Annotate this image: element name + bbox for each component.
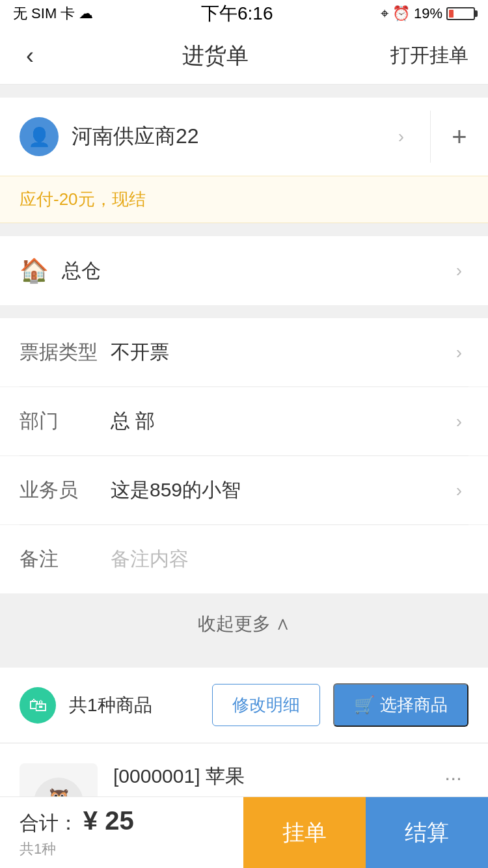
total-row: 合计： ¥ 25 (20, 806, 224, 837)
product-name: [0000001] 苹果 (113, 763, 422, 790)
chevron-right-icon: › (398, 126, 404, 147)
battery-icon (446, 7, 475, 20)
invoice-type-row[interactable]: 票据类型 不开票 › (0, 318, 488, 387)
supplier-selector[interactable]: 👤 河南供应商22 › (0, 98, 430, 176)
total-label: 合计： (20, 812, 78, 834)
avatar-icon: 👤 (28, 126, 51, 148)
warehouse-row[interactable]: 🏠 总仓 › (0, 236, 488, 305)
product-header: 🛍 共1种商品 修改明细 🛒 选择商品 (0, 668, 488, 742)
collapse-more-button[interactable]: 收起更多 ∧ (0, 593, 488, 655)
chevron-right-icon: › (456, 342, 462, 363)
alarm-icon: ⏰ (392, 5, 410, 22)
select-product-button[interactable]: 🛒 选择商品 (333, 683, 468, 727)
remark-input[interactable]: 备注内容 (111, 546, 468, 573)
add-supplier-button[interactable]: + (431, 98, 488, 176)
back-button[interactable]: ‹ (20, 36, 40, 76)
status-left: 无 SIM 卡 ☁ (13, 4, 93, 23)
open-pending-button[interactable]: 打开挂单 (390, 42, 468, 69)
collapse-label: 收起更多 ∧ (198, 612, 291, 636)
product-code: [0000001] (113, 765, 200, 787)
gap-2 (0, 223, 488, 236)
department-row[interactable]: 部门 总 部 › (0, 387, 488, 455)
checkout-button[interactable]: 结算 (366, 797, 488, 868)
bottom-bar: 合计： ¥ 25 共1种 挂单 结算 (0, 796, 488, 868)
total-amount: ¥ 25 (83, 806, 134, 835)
invoice-type-label: 票据类型 (20, 339, 111, 366)
salesperson-value: 这是859的小智 (111, 477, 456, 504)
avatar: 👤 (20, 117, 59, 156)
salesperson-label: 业务员 (20, 477, 111, 504)
remark-label: 备注 (20, 546, 111, 573)
modify-detail-button[interactable]: 修改明细 (212, 684, 320, 726)
total-section: 合计： ¥ 25 共1种 (0, 797, 243, 868)
invoice-type-value: 不开票 (111, 339, 456, 366)
hang-order-button[interactable]: 挂单 (243, 797, 366, 868)
sim-signal: 无 SIM 卡 ☁ (13, 4, 93, 23)
gap-3 (0, 305, 488, 318)
payment-hint: 应付-20元，现结 (0, 176, 488, 223)
status-right: ⌖ ⏰ 19% (381, 5, 475, 22)
gap-1 (0, 85, 488, 98)
supplier-name: 河南供应商22 (72, 122, 385, 151)
remark-row[interactable]: 备注 备注内容 (0, 525, 488, 593)
content-area: 👤 河南供应商22 › + 应付-20元，现结 🏠 总仓 › 票据类型 不开票 … (0, 85, 488, 868)
department-label: 部门 (20, 408, 111, 435)
product-icon: 🛍 (20, 687, 56, 724)
select-product-label: 选择商品 (380, 694, 448, 716)
select-product-icon: 🛒 (354, 695, 375, 715)
chevron-right-icon: › (456, 480, 462, 501)
product-title-name: 苹果 (206, 765, 245, 787)
more-options-button[interactable]: ··· (438, 763, 468, 793)
warehouse-icon: 🏠 (20, 257, 49, 284)
battery-fill (449, 10, 454, 18)
chevron-right-icon: › (456, 260, 462, 281)
nav-bar: ‹ 进货单 打开挂单 (0, 27, 488, 85)
location-icon: ⌖ (381, 5, 388, 22)
product-count: 共1种商品 (69, 693, 199, 718)
total-count: 共1种 (20, 839, 224, 859)
salesperson-row[interactable]: 业务员 这是859的小智 › (0, 456, 488, 524)
status-bar: 无 SIM 卡 ☁ 下午6:16 ⌖ ⏰ 19% (0, 0, 488, 27)
status-time: 下午6:16 (201, 1, 273, 26)
gap-4 (0, 655, 488, 668)
page-title: 进货单 (182, 41, 249, 71)
chevron-right-icon: › (456, 411, 462, 432)
department-value: 总 部 (111, 408, 456, 435)
bag-icon: 🛍 (29, 694, 47, 716)
supplier-section: 👤 河南供应商22 › + (0, 98, 488, 176)
battery-text: 19% (414, 5, 442, 22)
warehouse-name: 总仓 (62, 258, 456, 284)
